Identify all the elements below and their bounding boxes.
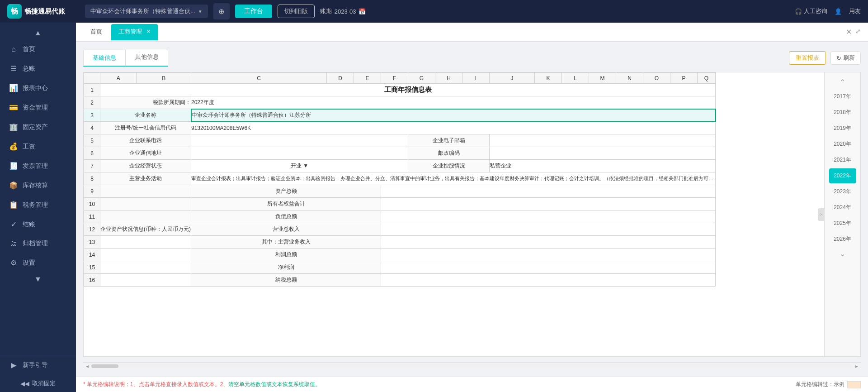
cell-title[interactable]: 工商年报信息表 (100, 84, 716, 96)
workbench-button[interactable]: 工作台 (235, 5, 272, 18)
year-2026[interactable]: 2026年 (829, 232, 856, 247)
sidebar-scroll-up[interactable]: ▲ (0, 26, 76, 40)
col-E: E (354, 73, 381, 84)
sidebar-item-salary[interactable]: 💰 工资 (0, 137, 76, 156)
sidebar-item-funds[interactable]: 💳 资金管理 (0, 98, 76, 117)
sidebar-label-funds: 资金管理 (23, 104, 48, 112)
refresh-button[interactable]: ↻ 刷新 (830, 51, 861, 65)
cell-postcode-value[interactable] (490, 147, 716, 160)
cell-edit-note: * 单元格编辑说明：1、点击单元格直接录入数值或文本。2、清空单元格数值或文本恢… (83, 381, 321, 388)
sidebar-item-ledger[interactable]: ☰ 总账 (0, 59, 76, 78)
chevron-down-icon: ▼ (198, 9, 203, 14)
cell-company-value[interactable]: 中审众环会计师事务所（特殊普通合伙）江苏分所 (191, 109, 716, 122)
year-2024[interactable]: 2024年 (829, 200, 856, 215)
scroll-right-arrow[interactable]: ▸ (854, 363, 859, 369)
sidebar-label-settings: 设置 (23, 259, 35, 267)
row-num-2: 2 (84, 96, 100, 109)
cell-revenue-value[interactable] (381, 223, 716, 236)
main-content: 首页 工商管理 ✕ ✕ ⤢ 基础信息 其他信息 (76, 23, 868, 392)
col-F: F (381, 73, 408, 84)
cell-status-value[interactable]: 开业 ▼ (191, 160, 408, 172)
cell-email-label: 企业电子邮箱 (408, 134, 490, 147)
cell-profit-value[interactable] (381, 249, 716, 261)
expand-icon[interactable]: ⤢ (855, 28, 861, 36)
row-num-8: 8 (84, 172, 100, 185)
cell-edit-label: 单元格编辑过：示例 (796, 381, 844, 388)
sheet-main[interactable]: A B C D E F G H I J K L (84, 72, 824, 356)
year-2022[interactable]: 2022年 (829, 168, 856, 183)
scroll-track[interactable] (91, 364, 853, 368)
copy-icon[interactable]: ⊕ (213, 3, 230, 19)
sidebar-item-closing[interactable]: ✓ 结账 (0, 215, 76, 234)
year-2017[interactable]: 2017年 (829, 89, 856, 104)
sidebar-item-invoice[interactable]: 🧾 发票管理 (0, 156, 76, 176)
tab-business[interactable]: 工商管理 ✕ (111, 24, 158, 40)
cell-reg-value[interactable]: 91320100MA208E5W6K (191, 122, 716, 134)
cell-netprofit-value[interactable] (381, 261, 716, 274)
scroll-left-arrow[interactable]: ◂ (85, 363, 90, 369)
reset-report-button[interactable]: 重置报表 (789, 51, 826, 65)
close-tab-icon[interactable]: ✕ (146, 29, 151, 34)
year-2020[interactable]: 2020年 (829, 137, 856, 152)
sidebar-item-tax[interactable]: 📋 税务管理 (0, 195, 76, 215)
switch-version-button[interactable]: 切到旧版 (278, 5, 315, 18)
table-row: 9 资产总额 (84, 185, 716, 198)
company-selector[interactable]: 中审众环会计师事务所（特殊普通合伙... ▼ (85, 5, 208, 18)
scroll-thumb[interactable] (91, 364, 118, 368)
calendar-icon[interactable]: 📅 (359, 8, 366, 15)
row-num-12: 12 (84, 223, 100, 236)
panel-collapse-button[interactable]: › (818, 208, 824, 221)
sidebar-item-home[interactable]: ⌂ 首页 (0, 40, 76, 59)
table-row: 15 净利润 (84, 261, 716, 274)
close-window-icon[interactable]: ✕ (846, 28, 852, 36)
table-row: 6 企业通信地址 邮政编码 (84, 147, 716, 160)
horizontal-scrollbar[interactable]: ◂ ▸ (83, 362, 861, 369)
cell-phone-value[interactable] (191, 134, 408, 147)
cell-equity-label: 所有者权益合计 (191, 198, 381, 210)
user-icon: 👤 (835, 8, 842, 15)
year-2019[interactable]: 2019年 (829, 121, 856, 136)
content-area: 基础信息 其他信息 重置报表 ↻ 刷新 (76, 42, 868, 377)
cell-period-value[interactable]: 2022年度 (191, 96, 716, 109)
layout: ▲ ⌂ 首页 ☰ 总账 📊 报表中心 💳 资金管理 🏢 固定资产 💰 工资 🧾 … (0, 23, 868, 392)
sidebar-pin-button[interactable]: ◀◀ 取消固定 (0, 375, 76, 392)
sub-tabs-toolbar: 基础信息 其他信息 重置报表 ↻ 刷新 (83, 49, 861, 67)
cell-control-value[interactable]: 私营企业 (490, 160, 716, 172)
year-2025[interactable]: 2025年 (829, 216, 856, 231)
logo: 畅 畅捷通易代账 (7, 4, 80, 19)
sidebar-item-assets[interactable]: 🏢 固定资产 (0, 117, 76, 137)
sidebar-scroll-down[interactable]: ▼ (0, 272, 76, 286)
year-2021[interactable]: 2021年 (829, 153, 856, 167)
sub-tab-basic[interactable]: 基础信息 (83, 50, 126, 67)
cell-addr-value[interactable] (191, 147, 408, 160)
col-Q: Q (698, 73, 716, 84)
funds-icon: 💳 (9, 103, 18, 112)
cell-main-rev-value[interactable] (381, 236, 716, 249)
headphone-icon: 🎧 (795, 8, 802, 15)
year-2023[interactable]: 2023年 (829, 184, 856, 199)
cell-revenue-label: 营业总收入 (191, 223, 381, 236)
sidebar-item-reports[interactable]: 📊 报表中心 (0, 78, 76, 98)
sidebar-item-guide[interactable]: ▶ 新手引导 (0, 355, 76, 375)
cell-tax-total-value[interactable] (381, 274, 716, 287)
cell-liab-value[interactable] (381, 210, 716, 223)
sub-tab-other[interactable]: 其他信息 (126, 49, 168, 66)
col-C: C (191, 73, 327, 84)
cell-equity-group (100, 198, 191, 210)
clear-note: 清空单元格数值或文本恢复系统取值。 (228, 381, 321, 387)
sidebar-item-settings[interactable]: ⚙ 设置 (0, 253, 76, 272)
year-2018[interactable]: 2018年 (829, 105, 856, 120)
year-nav-down[interactable]: ⌄ (838, 248, 847, 260)
cell-business-value[interactable]: 审查企业会计报表；出具审计报告；验证企业资本；出具验资报告；办理企业合并、分立、… (191, 172, 716, 185)
tab-home[interactable]: 首页 (83, 24, 109, 40)
year-nav-up[interactable]: ⌃ (838, 76, 847, 88)
sidebar-item-archive[interactable]: 🗂 归档管理 (0, 234, 76, 253)
row-num-9: 9 (84, 185, 100, 198)
table-row: 16 纳税总额 (84, 274, 716, 287)
tax-icon: 📋 (9, 201, 18, 209)
cell-total-assets-value[interactable] (381, 185, 716, 198)
cell-email-value[interactable] (490, 134, 716, 147)
cell-equity-value[interactable] (381, 198, 716, 210)
sidebar-item-inventory[interactable]: 📦 库存核算 (0, 176, 76, 195)
ai-consult-button[interactable]: 🎧 人工咨询 (795, 7, 827, 15)
